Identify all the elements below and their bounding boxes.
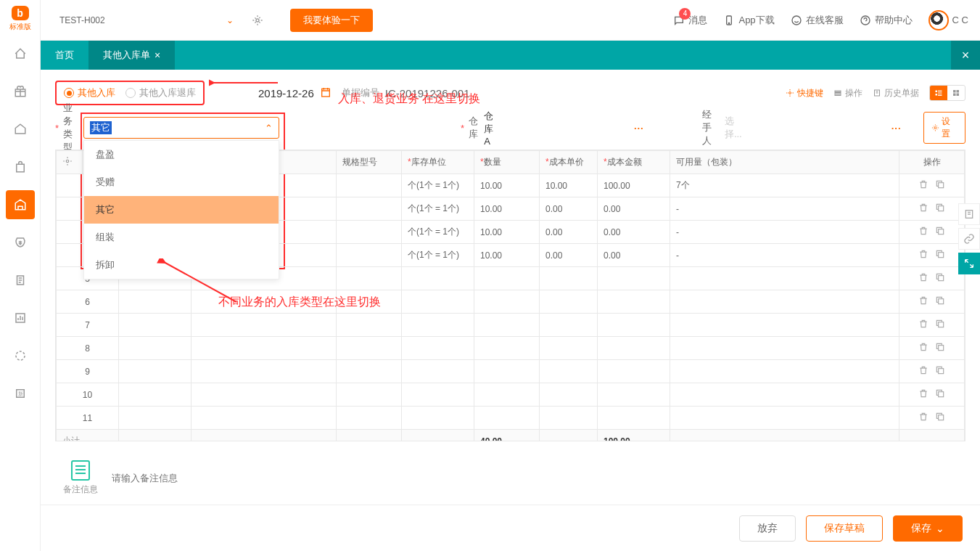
handler-select[interactable]: 选择... bbox=[725, 115, 742, 141]
view-list-icon[interactable] bbox=[930, 86, 947, 100]
save-button[interactable]: 保存⌄ bbox=[893, 515, 963, 542]
svg-rect-23 bbox=[938, 95, 942, 96]
copy-row-icon[interactable] bbox=[935, 295, 945, 306]
svg-rect-35 bbox=[939, 299, 944, 304]
svg-point-13 bbox=[789, 92, 791, 94]
dd-option-3[interactable]: 组装 bbox=[84, 224, 279, 251]
history-link[interactable]: 历史单据 bbox=[873, 87, 919, 99]
radio-stock-return[interactable]: 其他入库退库 bbox=[125, 86, 196, 99]
nav-home-icon[interactable] bbox=[6, 39, 35, 68]
avatar-icon bbox=[928, 10, 949, 30]
table-row[interactable]: 8 bbox=[57, 337, 965, 360]
warehouse-more-icon[interactable]: ··· bbox=[634, 123, 644, 134]
right-pin-tools bbox=[958, 203, 980, 274]
pin-expand-icon[interactable] bbox=[958, 253, 980, 274]
th-qty: *数量 bbox=[474, 151, 540, 174]
th-gear[interactable] bbox=[57, 151, 83, 174]
copy-row-icon[interactable] bbox=[935, 319, 945, 329]
table-row[interactable]: 10 bbox=[57, 383, 965, 407]
copy-row-icon[interactable] bbox=[935, 203, 945, 213]
delete-row-icon[interactable] bbox=[918, 319, 928, 329]
user-menu[interactable]: C C bbox=[928, 10, 968, 30]
table-row[interactable]: 7 bbox=[57, 314, 965, 337]
date-value[interactable]: 2019-12-26 bbox=[258, 87, 314, 99]
chevron-down-icon: ⌄ bbox=[936, 523, 944, 534]
app-download-link[interactable]: App下载 bbox=[723, 14, 774, 27]
tab-other-stock-in[interactable]: 其他入库单 × bbox=[88, 41, 175, 70]
tabs-close-all[interactable]: × bbox=[951, 41, 980, 70]
th-cost-amount: *成本金额 bbox=[598, 151, 670, 174]
th-cost-price: *成本单价 bbox=[540, 151, 598, 174]
copy-row-icon[interactable] bbox=[935, 179, 945, 189]
nav-new-icon[interactable]: 新 bbox=[6, 379, 35, 408]
svg-rect-16 bbox=[835, 94, 841, 96]
nav-bag-icon[interactable] bbox=[6, 152, 35, 181]
copy-row-icon[interactable] bbox=[935, 249, 945, 259]
svg-rect-22 bbox=[938, 94, 942, 94]
pin-note-icon[interactable] bbox=[958, 203, 980, 225]
doc-number: IC-20191226-001 bbox=[385, 87, 470, 99]
svg-point-4 bbox=[16, 351, 25, 360]
calendar-icon[interactable] bbox=[320, 86, 332, 100]
delete-row-icon[interactable] bbox=[918, 388, 928, 399]
copy-row-icon[interactable] bbox=[935, 412, 945, 422]
copy-row-icon[interactable] bbox=[935, 342, 945, 352]
nav-money-icon[interactable] bbox=[6, 228, 35, 257]
messages-link[interactable]: 消息 4 bbox=[673, 14, 707, 27]
dd-option-2[interactable]: 其它 bbox=[84, 196, 279, 224]
tab-close-icon[interactable]: × bbox=[155, 49, 160, 61]
column-settings-button[interactable]: 设置 bbox=[923, 112, 965, 144]
dd-option-4[interactable]: 拆卸 bbox=[84, 251, 279, 279]
warehouse-value[interactable]: 仓库A bbox=[484, 110, 499, 147]
pin-link-icon[interactable] bbox=[958, 228, 980, 250]
delete-row-icon[interactable] bbox=[918, 365, 928, 375]
delete-row-icon[interactable] bbox=[918, 412, 928, 422]
nav-gift-icon[interactable] bbox=[6, 77, 35, 106]
delete-row-icon[interactable] bbox=[918, 249, 928, 259]
top-header: TEST-H002 ⌄ 我要体验一下 消息 4 App下载 在线客服 bbox=[41, 0, 980, 41]
left-sidebar: b 标准版 新 bbox=[0, 0, 41, 551]
tab-home[interactable]: 首页 bbox=[41, 41, 88, 70]
nav-warehouse-icon[interactable] bbox=[6, 190, 35, 219]
tenant-selector[interactable]: TEST-H002 ⌄ bbox=[52, 9, 241, 32]
nav-report-icon[interactable] bbox=[6, 303, 35, 332]
delete-row-icon[interactable] bbox=[918, 226, 928, 236]
delete-row-icon[interactable] bbox=[918, 295, 928, 306]
delete-row-icon[interactable] bbox=[918, 342, 928, 352]
biz-type-select[interactable]: 其它 ⌃ bbox=[83, 117, 279, 139]
table-row[interactable]: 6 bbox=[57, 290, 965, 314]
help-center-link[interactable]: 帮助中心 bbox=[860, 14, 913, 27]
table-row[interactable]: 9 bbox=[57, 360, 965, 383]
delete-row-icon[interactable] bbox=[918, 203, 928, 213]
settings-icon[interactable] bbox=[247, 9, 268, 31]
copy-row-icon[interactable] bbox=[935, 365, 945, 375]
save-draft-button[interactable]: 保存草稿 bbox=[806, 515, 883, 542]
svg-rect-31 bbox=[939, 206, 944, 211]
delete-row-icon[interactable] bbox=[918, 272, 928, 282]
try-button[interactable]: 我要体验一下 bbox=[290, 9, 373, 32]
operate-link[interactable]: 操作 bbox=[833, 87, 862, 99]
discard-button[interactable]: 放弃 bbox=[739, 515, 796, 542]
nav-house-icon[interactable] bbox=[6, 115, 35, 144]
copy-row-icon[interactable] bbox=[935, 272, 945, 282]
remark-section: 备注信息 bbox=[55, 452, 965, 505]
copy-row-icon[interactable] bbox=[935, 226, 945, 236]
dd-option-0[interactable]: 盘盈 bbox=[84, 141, 279, 168]
dd-option-1[interactable]: 受赠 bbox=[84, 168, 279, 196]
svg-rect-37 bbox=[939, 346, 944, 351]
radio-stock-in[interactable]: 其他入库 bbox=[64, 86, 115, 99]
table-row[interactable]: 11 bbox=[57, 407, 965, 430]
shortcut-link[interactable]: 快捷键 bbox=[786, 87, 823, 99]
copy-row-icon[interactable] bbox=[935, 388, 945, 399]
svg-point-11 bbox=[861, 16, 870, 25]
online-service-link[interactable]: 在线客服 bbox=[791, 14, 844, 27]
svg-rect-14 bbox=[835, 91, 841, 92]
subtotal-qty: 40.00 bbox=[474, 430, 540, 442]
remark-input[interactable] bbox=[106, 467, 965, 489]
handler-more-icon[interactable]: ··· bbox=[892, 123, 902, 134]
nav-clipboard-icon[interactable] bbox=[6, 266, 35, 295]
delete-row-icon[interactable] bbox=[918, 179, 928, 189]
nav-loading-icon[interactable] bbox=[6, 341, 35, 370]
view-grid-icon[interactable] bbox=[947, 86, 965, 100]
footer: 放弃 保存草稿 保存⌄ bbox=[41, 505, 980, 551]
